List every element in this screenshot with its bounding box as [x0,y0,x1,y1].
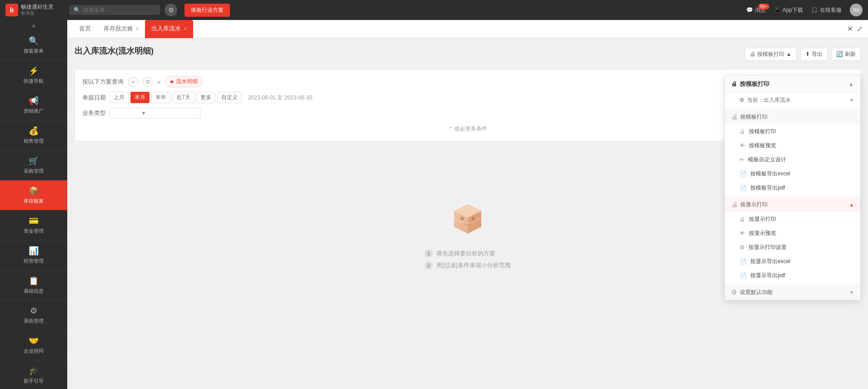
search-icon: 🔍 [74,7,80,13]
template-print-btn[interactable]: 🖨 按模板打印 ▲ [745,48,797,61]
date-btn-last-month[interactable]: 上月 [110,92,129,103]
search-filter-tag[interactable]: 流水明细 [165,76,203,87]
dp-display-preview-item[interactable]: 👁 按显示预览 [725,226,860,240]
tab-bar-right: ✕ ⤢ [847,25,863,33]
online-service-item[interactable]: 🎧 在线客服 [811,6,842,14]
tab-inventory-batch-label: 库存批次账 [104,25,133,33]
system-icon: ⚙ [30,306,37,316]
dp-display-export-pdf-item[interactable]: 📄 按显示导出pdf [725,269,860,283]
tab-bar: 首页 库存批次账 × 出入库流水 × ✕ ⤢ [67,20,868,38]
tab-inventory-batch-close[interactable]: × [136,26,139,31]
search-setting-btn[interactable]: ⚙ [143,77,153,87]
content-area: 首页 库存批次账 × 出入库流水 × ✕ ⤢ 出入库流水(流水明细) [67,20,868,389]
dp-display-print-settings-item[interactable]: ⚙ 按显示打印设置 [725,240,860,254]
dp-current-item: ⚙ 当前：出入库流水 ▼ [725,93,860,107]
service-icon: 🎧 [811,7,818,13]
sidebar-scroll-up[interactable]: ▲ [0,20,67,30]
dropdown-panel: 🖨 按模板打印 ▲ ⚙ 当前：出入库流水 ▼ [724,75,861,300]
dp-template-preview-label: 按模板预览 [749,142,776,150]
svg-point-3 [460,217,464,220]
dp-sub-preview-icon-2: 👁 [739,230,745,237]
top-header: b 畅捷通好生意 标准版 🔍 ⚙ 体验行业方案 💬 消息 99+ 📱 App下载… [0,0,868,20]
search-menu-icon: 🔍 [29,36,39,46]
sidebar-item-marketing[interactable]: 📢 营销推广 [0,90,67,120]
dp-display-print-section[interactable]: 🖨 按显示打印 ▲ [725,197,860,212]
export-label: 导出 [812,50,823,58]
tab-inventory-batch[interactable]: 库存批次账 × [97,20,145,38]
dp-template-export-excel-label: 按模板导出excel [750,170,790,178]
sidebar-item-inventory[interactable]: 📦 库存核算 [0,180,67,210]
main-layout: ▲ 🔍 搜索菜单 ⚡ 快捷导航 📢 营销推广 💰 销售管理 🛒 采购管理 📦 库… [0,20,868,389]
collapse-conditions-btn[interactable]: ⌃ 收起更多条件 [443,123,493,135]
sidebar-item-system[interactable]: ⚙ 系统管理 [0,300,67,330]
sidebar-item-operation[interactable]: 📊 经营管理 [0,240,67,270]
biz-type-label: 业务类型 [82,109,106,117]
header-search[interactable]: 🔍 [69,5,160,15]
dp-template-export-excel-item[interactable]: 📄 按模板导出excel [725,167,860,181]
notification-item[interactable]: 💬 消息 99+ [746,6,766,14]
tab-home[interactable]: 首页 [73,20,97,38]
tab-close-all-btn[interactable]: ✕ [847,25,853,33]
search-add-btn[interactable]: + [128,77,138,87]
dropdown-close-btn[interactable]: ▲ [848,81,854,87]
sidebar-item-purchase[interactable]: 🛒 采购管理 [0,150,67,180]
quick-nav-icon: ⚡ [29,66,39,76]
sidebar-item-guide[interactable]: 🎓 新手引导 [0,360,67,389]
tab-stock-flow[interactable]: 出入库流水 × [145,20,193,38]
search-collapse-btn[interactable]: « [157,78,161,85]
biz-type-select[interactable]: ▼ [110,108,200,119]
dp-template-print-item[interactable]: 🖨 按模板打印 [725,125,860,139]
dp-divider-3 [725,284,860,284]
header-right: 💬 消息 99+ 📱 App下载 🎧 在线客服 Rit [746,4,863,16]
date-btn-more[interactable]: 更多 [196,92,215,103]
date-btn-custom[interactable]: 自定义 [217,92,242,103]
search-input[interactable] [83,7,147,13]
template-print-arrow: ▲ [786,51,792,57]
page-title: 出入库流水(流水明细) [75,45,154,56]
dp-template-print-section[interactable]: 🖨 按模板打印 [725,110,860,125]
dp-template-preview-item[interactable]: 👁 按模板预览 [725,139,860,153]
sidebar-item-basic-info[interactable]: 📋 基础信息 [0,270,67,300]
date-btn-this-year[interactable]: 本年 [151,92,170,103]
template-print-label: 按模板打印 [757,50,784,58]
search-section-label: 按以下方案查询 [82,78,124,86]
dp-current-label: 当前：出入库流水 [747,96,791,104]
hint-item-1: 1 请先选择要分析的方案 [424,249,510,258]
svg-point-4 [471,217,475,220]
user-avatar[interactable]: Rit [850,4,863,16]
dp-sub-excel-icon-1: 📄 [739,170,747,177]
sidebar-item-finance[interactable]: 💳 资金管理 [0,210,67,240]
dp-display-print-item[interactable]: 🖨 按显示打印 [725,212,860,226]
logo-icon: b [5,4,18,16]
hint-text-1: 请先选择要分析的方案 [436,249,495,258]
filter-tag-label: 流水明细 [176,78,198,85]
sidebar-item-quick-nav[interactable]: ⚡ 快捷导航 [0,60,67,90]
dp-display-export-excel-item[interactable]: 📄 按显示导出excel [725,254,860,269]
marketing-icon: 📢 [29,96,39,106]
date-btn-7days[interactable]: 近7天 [172,92,195,103]
notification-icon: 💬 [746,7,753,13]
export-btn[interactable]: ⬆ 导出 [800,48,828,61]
gear-button[interactable]: ⚙ [165,4,177,16]
dp-set-default-section[interactable]: ⚙ 设置默认功能 ▼ [725,285,860,300]
avatar-text: Rit [853,7,859,13]
date-btn-this-month[interactable]: 本月 [130,92,150,103]
trial-button[interactable]: 体验行业方案 [185,4,230,17]
sidebar-item-cooperation[interactable]: 🤝 企业协同 [0,330,67,360]
sidebar-label-quick-nav: 快捷导航 [24,78,44,85]
tab-stock-flow-close[interactable]: × [184,26,186,31]
tab-expand-btn[interactable]: ⤢ [857,25,863,33]
sidebar-label-purchase: 采购管理 [24,168,44,175]
sidebar-label-guide: 新手引导 [24,378,44,384]
dp-sub-settings-icon: ⚙ [739,244,745,251]
app-download-item[interactable]: 📱 App下载 [774,6,803,14]
dp-display-export-pdf-label: 按显示导出pdf [750,272,785,279]
refresh-btn[interactable]: 🔄 刷新 [831,48,861,61]
sidebar-item-sales[interactable]: 💰 销售管理 [0,120,67,150]
dp-template-export-pdf-item[interactable]: 📄 按模板导出pdf [725,181,860,195]
purchase-icon: 🛒 [29,156,39,166]
dropdown-header: 🖨 按模板打印 ▲ [725,75,860,93]
dp-template-customize-item[interactable]: ✏ 模板自定义设计 [725,153,860,167]
sidebar-item-search[interactable]: 🔍 搜索菜单 [0,30,67,60]
printer-icon: 🖨 [750,51,755,57]
